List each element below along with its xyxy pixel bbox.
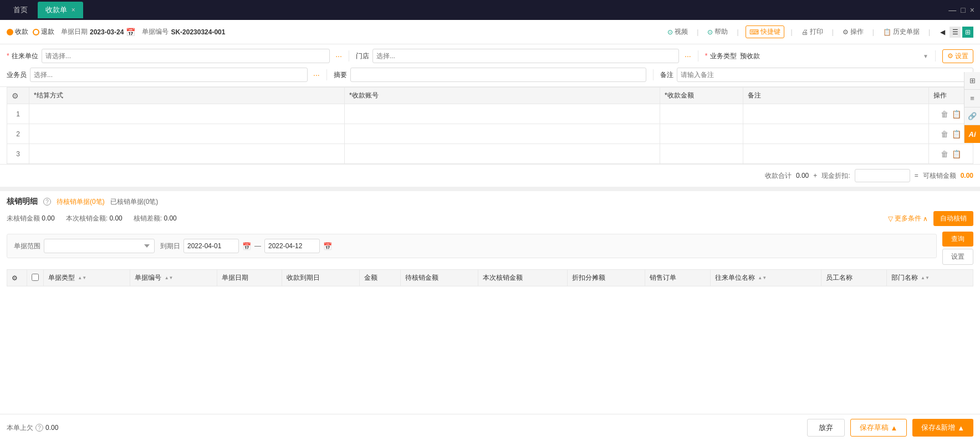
row-remark-3[interactable] [743,144,929,164]
top-nav: 首页 收款单 × — □ × [0,0,980,20]
row-num-2: 2 [7,124,29,144]
section-info-icon[interactable]: ? [43,198,51,206]
layout-list-icon[interactable]: ☰ [950,27,961,38]
save-draft-btn[interactable]: 保存草稿 ▲ [850,419,907,437]
counterparty-more-icon[interactable]: ··· [335,52,342,60]
auto-verify-btn[interactable]: 自动核销 [933,211,973,226]
window-max-btn[interactable]: □ [961,6,965,14]
print-btn[interactable]: 🖨 打印 [799,26,825,38]
row-delete-icon-2[interactable]: 🗑 [941,130,948,139]
row-account-3[interactable] [345,144,660,164]
store-input[interactable] [372,49,679,63]
dept-sort-icon[interactable]: ▲▼ [921,276,930,280]
row-copy-icon-3[interactable]: 📋 [952,150,961,158]
footer-info-icon[interactable]: ? [35,424,43,432]
window-controls: — □ × [948,6,974,14]
date-start-input[interactable] [183,239,239,253]
bth-settings[interactable]: ⚙ [7,270,27,286]
operation-btn[interactable]: ⚙ 操作 [840,26,866,38]
filter-container: 单据范围 到期日 📅 — 📅 查询 设置 [7,232,973,265]
receipt-radio[interactable]: 收款 [7,27,28,37]
table-row: 2 🗑 📋 [7,124,973,144]
video-btn[interactable]: ⊙ 视频 [665,26,690,38]
bottom-gear-icon[interactable]: ⚙ [12,274,18,282]
business-type-arrow[interactable]: ▼ [923,53,928,59]
row-delete-icon-1[interactable]: 🗑 [941,110,948,119]
select-all-checkbox[interactable] [32,274,39,281]
th-payment-method: *结算方式 [29,88,345,104]
row-amount-3[interactable] [660,144,743,164]
query-btn[interactable]: 查询 [942,232,973,247]
right-panel-attachment-icon[interactable]: 🔗 [964,107,980,125]
due-date-filter: 到期日 📅 — 📅 [160,239,332,253]
row-remark-1[interactable] [743,104,929,124]
bth-doc-number: 单据编号 ▲▼ [130,270,217,286]
counterparty-input[interactable] [42,49,330,63]
row-action-3: 🗑 📋 [929,144,973,164]
verify-diff-label: 核销差额: 0.00 [134,214,177,223]
right-panel-ai-icon[interactable]: Ai [964,125,980,143]
row-amount-2[interactable] [660,124,743,144]
bth-discount: 折扣分摊额 [568,270,645,286]
end-calendar-icon[interactable]: 📅 [323,242,332,250]
range-select[interactable] [44,239,155,253]
discard-btn[interactable]: 放弃 [807,419,845,437]
discount-input[interactable] [855,169,910,182]
nav-tab-receipt[interactable]: 收款单 × [38,2,83,18]
row-remark-2[interactable] [743,124,929,144]
refund-radio[interactable]: 退款 [33,27,54,37]
th-settings[interactable]: ⚙ [7,88,29,104]
row-payment-method-3[interactable] [29,144,345,164]
remark-input[interactable] [677,68,973,82]
row-delete-icon-3[interactable]: 🗑 [941,150,948,158]
summary-input[interactable] [350,68,647,82]
calendar-icon[interactable]: 📅 [126,28,135,37]
window-close-btn[interactable]: × [970,6,974,14]
history-btn[interactable]: 📋 历史单据 [881,26,922,38]
store-more-icon[interactable]: ··· [685,52,691,60]
row-copy-icon-2[interactable]: 📋 [952,130,961,139]
right-panel-table-icon[interactable]: ⊞ [964,72,980,90]
row-copy-icon-1[interactable]: 📋 [952,110,961,119]
shortcut-btn[interactable]: ⌨ 快捷键 [746,25,784,38]
counterparty-sort-icon[interactable]: ▲▼ [758,276,767,280]
counterparty-field: * 往来单位 ··· [7,49,342,63]
row-payment-method-1[interactable] [29,104,345,124]
row-account-2[interactable] [345,124,660,144]
row-payment-method-2[interactable] [29,124,345,144]
layout-grid-icon[interactable]: ⊞ [962,27,973,38]
tab-close-icon[interactable]: × [72,6,75,14]
section-header: 核销明细 ? 待核销单据(0笔) 已核销单据(0笔) [7,197,973,207]
pending-tab[interactable]: 待核销单据(0笔) [57,197,105,207]
remark-field: 备注 [660,68,973,82]
bth-employee: 员工名称 [821,270,886,286]
video-icon: ⊙ [667,28,673,36]
more-conditions-btn[interactable]: ▽ 更多条件 ∧ [888,214,928,223]
save-new-btn[interactable]: 保存&新增 ▲ [912,419,973,437]
bth-checkbox [27,270,44,286]
footer-actions: 放弃 保存草稿 ▲ 保存&新增 ▲ [807,419,973,437]
nav-tab-home[interactable]: 首页 [6,2,35,18]
right-panel-list-icon[interactable]: ≡ [964,90,980,107]
completed-tab[interactable]: 已核销单据(0笔) [110,197,159,207]
salesperson-more-icon[interactable]: ··· [313,70,320,79]
store-field: 门店 ··· [356,49,691,63]
salesperson-input[interactable] [30,68,308,82]
filter-settings-btn[interactable]: 设置 [942,249,973,265]
help-btn[interactable]: ⊙ 帮助 [705,26,730,38]
date-end-input[interactable] [264,239,320,253]
doc-number-sort-icon[interactable]: ▲▼ [165,276,173,280]
layout-prev-icon[interactable]: ◀ [937,27,948,38]
bottom-table-container[interactable]: ⚙ 单据类型 ▲▼ 单据编号 ▲▼ [7,269,973,408]
doc-type-sort-icon[interactable]: ▲▼ [78,276,86,280]
table-header-row: ⚙ *结算方式 *收款账号 *收款金额 备注 操作 [7,88,973,104]
settings-btn[interactable]: ⚙ 设置 [942,49,973,63]
draft-arrow-icon: ▲ [891,424,898,432]
start-calendar-icon[interactable]: 📅 [242,242,251,250]
toolbar-right: ⊙ 视频 | ⊙ 帮助 | ⌨ 快捷键 | 🖨 打印 | ⚙ 操作 [665,25,973,38]
salesperson-field: 业务员 ··· [7,68,320,82]
row-amount-1[interactable] [660,104,743,124]
row-account-1[interactable] [345,104,660,124]
table-gear-icon[interactable]: ⚙ [12,91,19,100]
window-min-btn[interactable]: — [948,6,956,14]
